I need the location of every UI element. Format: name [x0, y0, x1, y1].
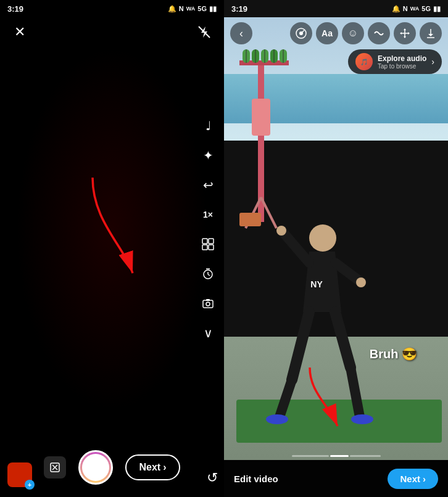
bottom-controls: Next › [0, 442, 224, 497]
svg-line-39 [280, 380, 292, 417]
text-button[interactable]: Aa [316, 22, 338, 44]
more-tool[interactable]: ∨ [199, 324, 217, 342]
top-bar-left: ✕ [0, 17, 224, 47]
svg-point-11 [206, 302, 210, 306]
edit-video-button[interactable]: Edit video [234, 474, 278, 484]
right-panel: 3:19 🔔 N WA 5G ▮▮ [224, 0, 448, 497]
bottom-left-icon: + [7, 462, 32, 487]
camera-switch-tool[interactable] [199, 295, 217, 312]
delete-button[interactable] [44, 456, 66, 479]
right-bottom-bar: Edit video Next › [224, 460, 448, 497]
svg-line-1 [199, 27, 210, 38]
flash-icon [197, 25, 211, 39]
explore-audio-banner[interactable]: 🎵 Explore audio Tap to browse › [348, 49, 442, 74]
audio-text: Explore audio Tap to browse [378, 54, 426, 70]
music-tool[interactable]: ♩ [199, 117, 217, 134]
back-button[interactable]: ‹ [230, 22, 252, 44]
svg-marker-50 [404, 36, 406, 38]
svg-rect-2 [202, 239, 207, 244]
svg-rect-3 [209, 239, 214, 244]
svg-rect-12 [206, 299, 210, 301]
arrow-indicator-left [62, 171, 148, 282]
progress-indicator [292, 455, 381, 457]
svg-point-40 [266, 414, 288, 424]
timer-tool[interactable] [199, 265, 217, 282]
emoji-button[interactable]: ☺ [342, 22, 364, 44]
svg-rect-29 [252, 99, 270, 136]
layout-tool[interactable] [199, 236, 217, 253]
undo-tool[interactable]: ↩ [199, 176, 217, 194]
move-button[interactable] [394, 22, 416, 44]
squiggle-button[interactable] [368, 22, 390, 44]
person-figure: NY [255, 207, 378, 442]
status-icons-left: 🔔 N WA 5G ▮▮ [168, 5, 217, 13]
svg-marker-51 [400, 32, 402, 35]
effects-tool[interactable]: ✦ [199, 147, 217, 164]
next-button-right[interactable]: Next › [388, 469, 438, 489]
status-bar-right: 3:19 🔔 N WA 5G ▮▮ [224, 0, 448, 17]
svg-point-37 [356, 277, 366, 287]
download-button[interactable] [420, 22, 442, 44]
svg-line-34 [283, 232, 309, 263]
svg-point-33 [309, 224, 336, 252]
svg-rect-5 [209, 245, 214, 250]
bruh-overlay-text[interactable]: Bruh 😎 [370, 347, 417, 361]
svg-point-43 [351, 414, 373, 424]
svg-line-36 [335, 263, 360, 281]
svg-marker-49 [404, 28, 406, 30]
gallery-inner [82, 454, 109, 481]
plus-badge: + [25, 480, 35, 490]
flash-button[interactable] [194, 22, 214, 42]
next-button[interactable]: Next › [125, 454, 180, 480]
refresh-button[interactable]: ↺ [207, 470, 218, 486]
audio-avatar: 🎵 [355, 53, 373, 70]
time-right: 3:19 [231, 4, 247, 14]
toolbar-icons: Aa ☺ [290, 22, 442, 44]
svg-rect-10 [203, 300, 213, 308]
top-toolbar: ‹ Aa ☺ [224, 17, 448, 49]
svg-point-35 [276, 226, 286, 236]
svg-text:NY: NY [310, 279, 323, 289]
svg-marker-54 [428, 34, 433, 36]
status-icons-right: 🔔 N WA 5G ▮▮ [392, 5, 441, 13]
svg-line-41 [335, 312, 351, 368]
left-panel: 3:19 🔔 N WA 5G ▮▮ ✕ ♩ ✦ ↩ 1× [0, 0, 224, 497]
close-button[interactable]: ✕ [10, 22, 30, 42]
audio-chevron-icon: › [431, 57, 434, 67]
music-button[interactable] [290, 22, 312, 44]
right-tools: ♩ ✦ ↩ 1× [192, 107, 224, 351]
time-left: 3:19 [7, 4, 23, 14]
svg-rect-4 [202, 245, 207, 250]
speed-tool[interactable]: 1× [199, 206, 217, 223]
camera-viewfinder: ♩ ✦ ↩ 1× [0, 17, 224, 442]
svg-line-8 [208, 274, 210, 276]
red-square-button[interactable]: + [7, 462, 32, 487]
svg-line-42 [351, 368, 360, 417]
status-bar-left: 3:19 🔔 N WA 5G ▮▮ [0, 0, 224, 17]
gallery-selector[interactable] [78, 450, 113, 485]
svg-marker-52 [408, 32, 410, 35]
svg-line-38 [292, 312, 309, 380]
